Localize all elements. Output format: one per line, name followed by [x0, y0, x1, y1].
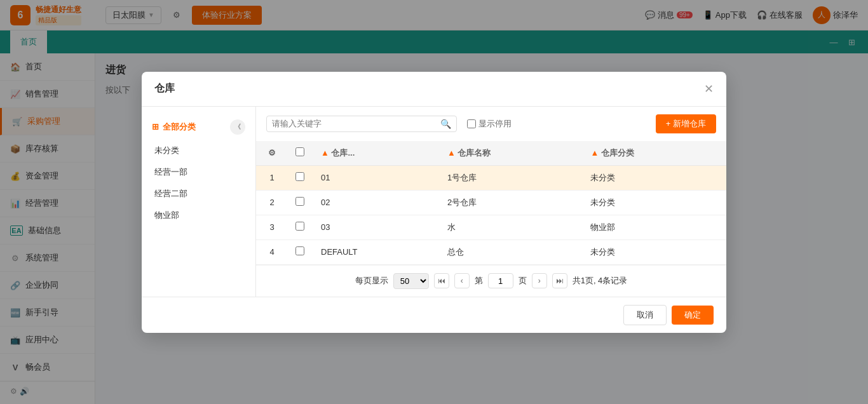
first-page-btn[interactable]: ⏮ [434, 273, 449, 288]
show-disabled-checkbox-label[interactable]: 显示停用 [467, 118, 512, 130]
row-name-2: 2号仓库 [440, 190, 583, 215]
sort-icon: ▲ [321, 148, 329, 158]
category-header-label: 全部分类 [163, 121, 196, 133]
row-code-4: DEFAULT [313, 239, 440, 264]
sort-icon-category: ▲ [590, 148, 599, 158]
select-all-checkbox[interactable] [295, 147, 304, 156]
table-row[interactable]: 4 DEFAULT 总仓 未分类 [256, 239, 726, 264]
collapse-button[interactable]: 《 [230, 119, 245, 135]
modal-close-button[interactable]: ✕ [704, 82, 714, 96]
modal-body: ⊞ 全部分类 《 未分类 经营一部 经营二部 物业部 🔍 [142, 107, 726, 297]
search-icon: 🔍 [440, 119, 451, 129]
table-header: ⚙ ▲ 仓库... ▲ 仓库名称 [256, 141, 726, 166]
row-name-4: 总仓 [440, 239, 583, 264]
category-item-ops2[interactable]: 经营二部 [142, 183, 255, 205]
show-disabled-checkbox[interactable] [467, 119, 476, 128]
cancel-button[interactable]: 取消 [623, 305, 667, 325]
sort-icon-name: ▲ [447, 148, 456, 158]
table-toolbar: 🔍 显示停用 + 新增仓库 [256, 107, 726, 141]
page-label-suffix: 页 [519, 275, 527, 286]
table-row[interactable]: 1 01 1号仓库 未分类 [256, 165, 726, 190]
col-code-header[interactable]: ▲ 仓库... [313, 141, 440, 166]
col-checkbox [288, 141, 313, 166]
search-input[interactable] [272, 119, 440, 128]
per-page-label: 每页显示 [355, 275, 388, 286]
per-page-select[interactable]: 50 20 100 [393, 273, 429, 289]
row-settings-4: 4 [256, 239, 288, 264]
col-name-header[interactable]: ▲ 仓库名称 [440, 141, 583, 166]
row-settings-2: 2 [256, 190, 288, 215]
next-page-btn[interactable]: › [532, 273, 547, 288]
table-scroll: ⚙ ▲ 仓库... ▲ 仓库名称 [256, 141, 726, 265]
table-row[interactable]: 2 02 2号仓库 未分类 [256, 190, 726, 215]
row-category-4: 未分类 [583, 239, 726, 264]
page-label-prefix: 第 [475, 275, 483, 286]
category-grid-icon: ⊞ [152, 122, 159, 131]
row-checkbox-1[interactable] [288, 165, 313, 190]
row-checkbox-3[interactable] [288, 215, 313, 239]
row-code-2: 02 [313, 190, 440, 215]
row-code-3: 03 [313, 215, 440, 239]
warehouse-table: ⚙ ▲ 仓库... ▲ 仓库名称 [256, 141, 726, 265]
row-name-3: 水 [440, 215, 583, 239]
modal-footer: 取消 确定 [142, 297, 726, 333]
col-settings: ⚙ [256, 141, 288, 166]
row-code-1: 01 [313, 165, 440, 190]
last-page-btn[interactable]: ⏭ [552, 273, 567, 288]
row-category-1: 未分类 [583, 165, 726, 190]
show-disabled-label: 显示停用 [478, 118, 512, 130]
category-item-property[interactable]: 物业部 [142, 205, 255, 226]
search-box: 🔍 [266, 116, 457, 132]
prev-page-btn[interactable]: ‹ [454, 273, 470, 288]
modal-overlay: 仓库 ✕ ⊞ 全部分类 《 未分类 经营一部 经营二部 物业部 [0, 0, 868, 404]
category-item-ops1[interactable]: 经营一部 [142, 161, 255, 183]
row-name-1: 1号仓库 [440, 165, 583, 190]
row-settings-1: 1 [256, 165, 288, 190]
category-header[interactable]: ⊞ 全部分类 《 [142, 114, 255, 140]
category-item-unclassified[interactable]: 未分类 [142, 140, 255, 161]
table-panel: 🔍 显示停用 + 新增仓库 ⚙ [256, 107, 726, 297]
row-settings-3: 3 [256, 215, 288, 239]
col-category-header[interactable]: ▲ 仓库分类 [583, 141, 726, 166]
category-panel: ⊞ 全部分类 《 未分类 经营一部 经营二部 物业部 [142, 107, 256, 297]
table-body: 1 01 1号仓库 未分类 2 02 2号仓库 [256, 165, 726, 264]
page-number-input[interactable] [488, 273, 513, 288]
row-checkbox-4[interactable] [288, 239, 313, 264]
table-row[interactable]: 3 03 水 物业部 [256, 215, 726, 239]
modal-header: 仓库 ✕ [142, 72, 726, 107]
total-info: 共1页, 4条记录 [573, 275, 628, 286]
row-category-2: 未分类 [583, 190, 726, 215]
row-category-3: 物业部 [583, 215, 726, 239]
warehouse-modal: 仓库 ✕ ⊞ 全部分类 《 未分类 经营一部 经营二部 物业部 [142, 72, 726, 333]
confirm-button[interactable]: 确定 [672, 306, 714, 325]
row-checkbox-2[interactable] [288, 190, 313, 215]
modal-title: 仓库 [154, 82, 175, 95]
pagination: 每页显示 50 20 100 ⏮ ‹ 第 页 › ⏭ 共1页, 4条记录 [256, 265, 726, 297]
add-warehouse-button[interactable]: + 新增仓库 [656, 114, 716, 133]
